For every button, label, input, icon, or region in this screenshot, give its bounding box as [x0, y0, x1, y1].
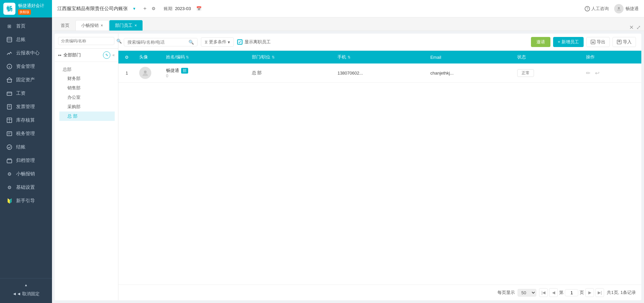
support-label: 人工咨询 [591, 6, 609, 12]
cancel-fixed-btn[interactable]: ◄◄ 取消固定 [0, 288, 52, 300]
toolbar: 🔍 ⧖ 更多条件 ▾ ✓ 显示离职员工 邀请 + 新增员工 导出 [118, 34, 641, 51]
tab-home[interactable]: 首页 [55, 20, 75, 31]
sidebar-item-salary[interactable]: 工资 [0, 87, 52, 100]
svg-rect-18 [7, 160, 12, 163]
prev-page-btn[interactable]: ◀ [549, 288, 558, 297]
show-resigned-checkbox[interactable]: ✓ 显示离职员工 [237, 39, 271, 45]
sidebar-item-ledger[interactable]: 总账 [0, 33, 52, 46]
sidebar-nav: ⊞ 首页 总账 云报表中心 ¥ 资金管理 固定资产 [0, 17, 52, 278]
home-icon: ⊞ [6, 23, 13, 30]
sidebar-item-inventory[interactable]: 库存核算 [0, 114, 52, 127]
row-email-cell: chanjethkj... [426, 63, 513, 83]
tab-employees-close[interactable]: × [135, 23, 137, 28]
name-sort-icon: ⇅ [186, 55, 189, 59]
sidebar-item-archive[interactable]: 归档管理 [0, 154, 52, 167]
sidebar-item-expense[interactable]: ⚙ 小畅报销 [0, 167, 52, 181]
employee-search-input[interactable] [127, 40, 186, 45]
th-phone-label: 手机 [337, 54, 346, 59]
invite-button[interactable]: 邀请 [531, 37, 550, 47]
employee-table-wrap: ⚙ 头像 姓名/编码 ⇅ 部门/职位 ⇅ [118, 51, 641, 285]
calendar-icon[interactable]: 📅 [196, 6, 202, 11]
sidebar-item-guide[interactable]: 🔰 新手引导 [0, 194, 52, 208]
expense-icon: ⚙ [6, 171, 13, 177]
filter-btn[interactable]: ⧖ 更多条件 ▾ [201, 37, 234, 47]
dept-search-input[interactable] [58, 37, 114, 45]
dept-label-office: 办公室 [67, 95, 80, 100]
dept-item-purchase[interactable]: 采购部 [59, 102, 115, 112]
tab-expense-close[interactable]: × [101, 23, 103, 28]
employee-table: ⚙ 头像 姓名/编码 ⇅ 部门/职位 ⇅ [118, 51, 641, 83]
th-email-label: Email [430, 55, 441, 60]
th-dept[interactable]: 部门/职位 ⇅ [248, 51, 334, 63]
period-label: 账期 2023-03 [164, 6, 191, 12]
add-employee-button[interactable]: + 新增员工 [553, 37, 584, 47]
nav-label-basic: 基础设置 [16, 184, 35, 190]
nav-label-expense: 小畅报销 [16, 171, 35, 177]
user-avatar [614, 4, 624, 13]
close-window-icon[interactable]: ✕ [629, 24, 634, 31]
dept-item-finance[interactable]: 财务部 [59, 74, 115, 83]
dept-item-general[interactable]: 总 部 [59, 112, 115, 121]
user-menu[interactable]: 畅捷通 [614, 4, 639, 13]
tab-expense[interactable]: 小畅报销 × [75, 20, 109, 31]
logo: 畅 畅捷通好会计 旗舰版 [0, 0, 52, 17]
dept-label-sales: 销售部 [67, 85, 80, 90]
th-settings[interactable]: ⚙ [118, 51, 135, 63]
sidebar-item-capital[interactable]: ¥ 资金管理 [0, 60, 52, 73]
pagination: 每页显示 50 100 200 |◀ ◀ 第 页 ▶ ▶| 共1页, 1条记录 [118, 285, 641, 300]
scroll-up-btn[interactable]: ▲ [0, 282, 52, 288]
per-page-select[interactable]: 50 100 200 [518, 289, 536, 297]
page-label-pre: 第 [559, 290, 564, 296]
dept-tree: 总部 财务部 销售部 办公室 采购部 总 部 [55, 62, 118, 300]
sidebar: 畅 畅捷通好会计 旗舰版 ⊞ 首页 总账 云报表中心 ¥ 资金管理 [0, 0, 52, 303]
logo-text: 畅捷通好会计 旗舰版 [18, 3, 44, 15]
settings-icon[interactable]: ⚙ [152, 6, 156, 11]
nav-label-checkout: 结账 [16, 144, 25, 150]
archive-icon [6, 157, 13, 164]
sidebar-bottom: ▲ ◄◄ 取消固定 [0, 278, 52, 303]
period-value: 2023-03 [175, 6, 191, 11]
sidebar-item-checkout[interactable]: 结账 [0, 140, 52, 154]
table-header-row: ⚙ 头像 姓名/编码 ⇅ 部门/职位 ⇅ [118, 51, 641, 63]
sidebar-item-home[interactable]: ⊞ 首页 [0, 19, 52, 33]
sidebar-item-invoice[interactable]: 发票管理 [0, 100, 52, 114]
last-page-btn[interactable]: ▶| [595, 288, 604, 297]
dept-item-office[interactable]: 办公室 [59, 93, 115, 102]
tab-employees-label: 部门员工 [115, 23, 132, 29]
th-name[interactable]: 姓名/编码 ⇅ [162, 51, 248, 63]
employee-search-icon[interactable]: 🔍 [189, 40, 194, 45]
dept-item-sales[interactable]: 销售部 [59, 83, 115, 93]
export-button[interactable]: 导出 [586, 37, 610, 47]
next-page-btn[interactable]: ▶ [585, 288, 594, 297]
dept-label-purchase: 采购部 [67, 104, 80, 109]
dept-edit-icon[interactable]: ✎ [103, 51, 110, 59]
invoice-icon [6, 103, 13, 110]
main-content: 江西服宝精品有限责任公司内账张 ▾ ＋ ⚙ 账期 2023-03 📅 ? 人工咨… [52, 0, 644, 303]
support-btn[interactable]: ? 人工咨询 [585, 6, 609, 12]
maximize-window-icon[interactable]: ⤢ [636, 24, 641, 31]
logo-icon: 畅 [3, 3, 15, 15]
nav-label-ledger: 总账 [16, 37, 25, 43]
tab-expense-label: 小畅报销 [81, 23, 99, 29]
sidebar-item-basic[interactable]: ⚙ 基础设置 [0, 181, 52, 194]
sidebar-item-reports[interactable]: 云报表中心 [0, 46, 52, 60]
grid-icon: ▪▪ [58, 52, 61, 58]
reports-icon [6, 50, 13, 56]
import-button[interactable]: 导入 [612, 37, 636, 47]
tab-employees[interactable]: 部门员工 × [109, 20, 143, 31]
logout-icon[interactable]: ↩ [595, 70, 599, 76]
page-nav: |◀ ◀ 第 页 ▶ ▶| [539, 288, 604, 297]
sidebar-item-tax[interactable]: 税务管理 [0, 127, 52, 140]
dept-root-label[interactable]: 总部 [59, 65, 115, 74]
nav-label-guide: 新手引导 [16, 198, 35, 204]
add-company-icon[interactable]: ＋ [142, 5, 148, 12]
th-phone[interactable]: 手机 ⇅ [333, 51, 426, 63]
dept-collapse-icon[interactable]: « [112, 53, 115, 57]
company-dropdown-icon[interactable]: ▾ [133, 6, 136, 11]
first-page-btn[interactable]: |◀ [539, 288, 548, 297]
row-status-cell: 正常 [513, 63, 582, 83]
export-icon [591, 40, 595, 44]
page-input[interactable] [565, 289, 578, 296]
sidebar-item-assets[interactable]: 固定资产 [0, 73, 52, 87]
edit-icon[interactable]: ✏ [586, 70, 590, 76]
